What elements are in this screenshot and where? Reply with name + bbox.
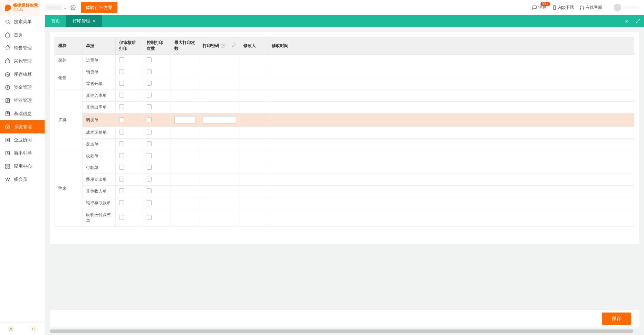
checkbox-ctrl[interactable] xyxy=(147,188,152,193)
checkbox-audit[interactable] xyxy=(119,57,124,62)
topbar-right: 消息 99 + App下载 在线客服 ———— xyxy=(532,4,639,11)
checkbox-audit[interactable] xyxy=(119,104,124,109)
sidebar-item-search[interactable]: 搜索菜单 xyxy=(0,15,45,28)
checkbox-ctrl[interactable] xyxy=(147,57,152,62)
table-row[interactable]: 往来收款单 xyxy=(55,150,634,162)
checkbox-ctrl[interactable] xyxy=(147,200,152,205)
table-row[interactable]: 成本调整单 xyxy=(55,127,634,139)
checkbox-audit[interactable] xyxy=(119,200,124,205)
cell-pwd xyxy=(199,150,240,162)
guide-icon xyxy=(5,150,10,156)
cell-pwd xyxy=(199,186,240,197)
table-row[interactable]: 库存其他入库单 xyxy=(55,90,634,102)
checkbox-audit[interactable] xyxy=(119,188,124,193)
gear-icon[interactable] xyxy=(70,5,76,10)
horizontal-scrollbar[interactable] xyxy=(50,329,639,334)
print-password-input[interactable] xyxy=(203,116,236,124)
checkbox-audit[interactable] xyxy=(119,165,124,170)
checkbox-audit[interactable] xyxy=(119,153,124,158)
cell-modifier xyxy=(240,174,268,186)
cell-max xyxy=(171,209,199,227)
svg-rect-6 xyxy=(7,74,8,76)
table-row[interactable]: 采购进货单 xyxy=(55,55,634,66)
checkbox-audit[interactable] xyxy=(119,177,124,182)
chevron-down-icon[interactable]: ⌄ xyxy=(63,5,67,10)
sidebar-item-inventory[interactable]: 库存核算 xyxy=(0,68,45,81)
topbar: 畅捷通好生意 精品版 ——— ⌄ 体验行业方案 消息 99 + App下载 在 xyxy=(0,0,644,15)
close-icon[interactable]: ✕ xyxy=(93,19,96,24)
gear-icon[interactable] xyxy=(8,326,14,332)
sidebar-item-biz[interactable]: 经营管理 xyxy=(0,94,45,107)
edit-icon[interactable] xyxy=(232,43,236,47)
avatar-icon xyxy=(614,4,621,11)
max-print-input[interactable] xyxy=(174,116,195,124)
app-download-link[interactable]: App下载 xyxy=(552,4,574,10)
support-link[interactable]: 在线客服 xyxy=(579,4,602,10)
user-menu[interactable]: ———— xyxy=(614,4,639,11)
checkbox-ctrl[interactable] xyxy=(147,215,152,220)
tab-print-manage[interactable]: 打印管理 ✕ xyxy=(66,15,102,27)
checkbox-ctrl[interactable] xyxy=(147,104,152,109)
checkbox-ctrl[interactable] xyxy=(147,81,152,86)
checkbox-ctrl[interactable] xyxy=(147,165,152,170)
checkbox-audit[interactable] xyxy=(119,69,124,74)
org-selector[interactable]: ——— xyxy=(44,3,63,11)
checkbox-ctrl[interactable] xyxy=(147,153,152,158)
cell-ctrl xyxy=(143,78,171,90)
cell-mtime xyxy=(268,66,634,78)
cell-pwd xyxy=(199,174,240,186)
expand-icon[interactable] xyxy=(632,15,644,27)
cell-max xyxy=(171,102,199,113)
cell-max xyxy=(171,78,199,90)
sidebar-item-funds[interactable]: 资金管理 xyxy=(0,81,45,94)
table-row[interactable]: 调拨单 xyxy=(55,113,634,127)
table-row[interactable]: 零售开单 xyxy=(55,78,634,90)
home-icon xyxy=(5,32,10,38)
promo-button[interactable]: 体验行业方案 xyxy=(81,2,117,13)
checkbox-ctrl[interactable] xyxy=(147,93,152,97)
sidebar-item-base[interactable]: 基础信息 xyxy=(0,107,45,120)
help-icon[interactable]: ? xyxy=(221,44,225,48)
table-row[interactable]: 销售销货单 xyxy=(55,66,634,78)
checkbox-audit[interactable] xyxy=(119,130,124,134)
tab-home[interactable]: 首页 xyxy=(45,15,66,27)
tab-close-all[interactable]: ✕ xyxy=(621,15,632,27)
table-row[interactable]: 其他收入单 xyxy=(55,186,634,197)
sidebar-item-guide[interactable]: 新手引导 xyxy=(0,147,45,160)
checkbox-audit[interactable] xyxy=(119,141,124,146)
sidebar-item-collab[interactable]: 企业协同 xyxy=(0,133,45,147)
table-row[interactable]: 费用支出单 xyxy=(55,174,634,186)
sidebar-item-system[interactable]: 系统管理 xyxy=(0,120,45,133)
checkbox-ctrl[interactable] xyxy=(147,117,152,122)
table-row[interactable]: 盘点单 xyxy=(55,139,634,150)
sidebar-item-appcenter[interactable]: 应用中心 xyxy=(0,160,45,173)
messages-link[interactable]: 消息 99 + xyxy=(532,4,547,10)
checkbox-ctrl[interactable] xyxy=(147,141,152,146)
cell-modifier xyxy=(240,66,268,78)
checkbox-ctrl[interactable] xyxy=(147,130,152,134)
sidebar-item-sales[interactable]: 销售管理 xyxy=(0,41,45,55)
sidebar-item-label: 应用中心 xyxy=(14,163,32,169)
cell-ctrl xyxy=(143,162,171,174)
table-row[interactable]: 其他出库单 xyxy=(55,102,634,113)
collab-icon xyxy=(5,137,10,143)
sidebar-item-purchase[interactable]: 采购管理 xyxy=(0,55,45,68)
table-row[interactable]: 银行存取款单 xyxy=(55,197,634,209)
checkbox-audit[interactable] xyxy=(119,93,124,97)
checkbox-audit[interactable] xyxy=(119,81,124,86)
svg-rect-20 xyxy=(6,164,7,166)
cell-pwd xyxy=(199,197,240,209)
collapse-icon[interactable] xyxy=(31,326,36,332)
checkbox-ctrl[interactable] xyxy=(147,177,152,182)
cell-max xyxy=(171,113,199,127)
sidebar-item-label: 畅会员 xyxy=(14,176,27,183)
sidebar-item-vip[interactable]: 畅会员 xyxy=(0,173,45,186)
sidebar-item-home[interactable]: 首页 xyxy=(0,28,45,41)
save-button[interactable]: 保存 xyxy=(602,313,631,325)
table-row[interactable]: 应收应付调整单 xyxy=(55,209,634,227)
checkbox-audit[interactable] xyxy=(119,117,124,122)
checkbox-audit[interactable] xyxy=(119,215,124,220)
cell-audit xyxy=(116,174,143,186)
checkbox-ctrl[interactable] xyxy=(147,69,152,74)
table-row[interactable]: 付款单 xyxy=(55,162,634,174)
